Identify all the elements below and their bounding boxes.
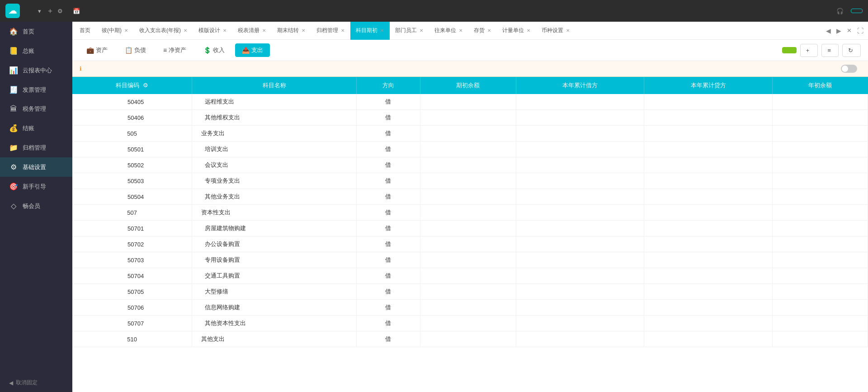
cell-direction: 借 [357,252,420,268]
add-company-button[interactable]: ＋ [47,6,54,16]
filter-tab-label-expense: 支出 [251,46,263,54]
more-button[interactable]: ≡ [821,44,839,57]
ledger-icon: 📒 [9,47,18,55]
cell-code: 50704 [72,268,192,284]
toggle-area [841,65,861,73]
balance-button[interactable] [782,47,797,53]
collapse-sidebar-button[interactable]: ◀ 取消固定 [0,373,72,392]
sidebar-item-settle[interactable]: 💰 结账 [0,118,72,138]
cell-yearOpening [773,316,868,331]
sidebar-item-archive[interactable]: 📁 归档管理 [0,138,72,157]
tab-scroll-right-button[interactable]: ▶ [834,27,844,34]
period-calendar-icon[interactable]: 📅 [73,8,80,14]
tab-measure[interactable]: 计量单位✕ [497,22,536,40]
logo-icon: ☁ [5,4,20,18]
tab-home[interactable]: 首页 [74,22,96,40]
cell-debit [516,157,644,173]
tab-unit[interactable]: 往来单位✕ [429,22,468,40]
tab-close-inventory[interactable]: ✕ [487,28,491,33]
tab-income[interactable]: 收入支出表(年报)✕ [134,22,193,40]
cell-direction: 借 [357,205,420,221]
sidebar-item-label-settle: 结账 [23,124,34,132]
tab-archive[interactable]: 归档管理✕ [311,22,350,40]
sidebar-item-member[interactable]: ◇ 畅会员 [0,196,72,216]
sidebar-item-home[interactable]: 🏠 首页 [0,22,72,41]
tab-close-interim[interactable]: ✕ [124,28,128,33]
table-row: 50405远程维支出借 [72,94,868,110]
tab-close-measure[interactable]: ✕ [527,28,530,33]
cell-name: 大型修缮 [192,284,357,300]
tab-interim[interactable]: 彼(中期)✕ [96,22,134,40]
cell-direction: 借 [357,236,420,252]
tab-close-taxform[interactable]: ✕ [262,28,266,33]
table-row: 50705大型修缮借 [72,284,868,300]
maximize-button[interactable]: ⛶ [854,27,866,34]
sidebar-item-report[interactable]: 📊 云报表中心 [0,61,72,80]
cell-yearOpening [773,126,868,142]
tab-period-end[interactable]: 期末结转✕ [272,22,311,40]
add-button[interactable]: + [800,44,818,57]
cell-debit [516,300,644,316]
tab-template[interactable]: 模版设计✕ [193,22,232,40]
cell-opening [420,142,516,157]
filter-tab-label-asset: 资产 [96,46,108,54]
cell-direction: 借 [357,221,420,236]
tab-close-subject-init[interactable]: ✕ [380,28,384,33]
cell-yearOpening [773,300,868,316]
consult-button[interactable]: 🎧 [836,8,845,14]
tab-taxform[interactable]: 税表清册✕ [232,22,272,40]
cell-name: 交通工具购置 [192,268,357,284]
cell-opening [420,173,516,189]
sidebar-item-guide[interactable]: 🎯 新手引导 [0,177,72,196]
refresh-button[interactable]: ↻ [842,44,861,57]
filter-tab-expense[interactable]: 📤 支出 [235,43,270,57]
cell-direction: 借 [357,331,420,347]
tab-currency[interactable]: 币种设置✕ [536,22,576,40]
guide-icon: 🎯 [9,182,18,191]
filter-tab-liability[interactable]: 📋 负债 [118,43,153,57]
filter-tab-income[interactable]: 💲 收入 [197,43,231,57]
cell-yearOpening [773,268,868,284]
disable-toggle[interactable] [841,65,857,73]
tab-close-archive[interactable]: ✕ [341,28,344,33]
company-dropdown-icon[interactable]: ▾ [38,8,41,14]
sidebar-item-label-ledger: 总账 [23,47,34,55]
filter-tab-net-asset[interactable]: ≡ 净资产 [156,43,193,57]
cell-opening [420,236,516,252]
filter-tab-icon-net-asset: ≡ [163,47,167,54]
tab-close-unit[interactable]: ✕ [459,28,462,33]
table-row: 50707其他资本性支出借 [72,316,868,331]
cell-direction: 借 [357,94,420,110]
sidebar-item-settings[interactable]: ⚙ 基础设置 [0,157,72,177]
cell-opening [420,268,516,284]
column-settings-icon[interactable]: ⚙ [143,82,148,89]
close-all-tabs-button[interactable]: ✕ [844,27,854,34]
sidebar-item-ledger[interactable]: 📒 总账 [0,41,72,61]
tab-close-department[interactable]: ✕ [420,28,423,33]
cell-code: 50503 [72,173,192,189]
cell-debit [516,205,644,221]
tab-inventory[interactable]: 存货✕ [468,22,497,40]
filter-bar-right: + ≡ ↻ [782,44,861,57]
cell-yearOpening [773,94,868,110]
sidebar-item-label-report: 云报表中心 [23,66,52,75]
sidebar-item-tax[interactable]: 🏛 税务管理 [0,99,72,118]
tab-subject-init[interactable]: 科目期初✕ [350,22,390,40]
cell-direction: 借 [357,126,420,142]
sidebar: 🏠 首页 📒 总账 📊 云报表中心 🧾 发票管理 🏛 税务管理 💰 结账 📁 归… [0,22,72,392]
member-icon: ◇ [9,202,18,210]
tab-close-template[interactable]: ✕ [223,28,226,33]
account-button[interactable] [851,9,863,13]
tab-scroll-left-button[interactable]: ◀ [823,27,834,34]
sidebar-item-invoice[interactable]: 🧾 发票管理 [0,80,72,99]
filter-tab-asset[interactable]: 💼 资产 [80,43,114,57]
tab-close-income[interactable]: ✕ [184,28,187,33]
cell-name: 远程维支出 [192,94,357,110]
tab-label-currency: 币种设置 [542,27,563,34]
settings-icon[interactable]: ⚙ [57,8,63,14]
cell-credit [644,205,773,221]
tab-close-currency[interactable]: ✕ [566,28,570,33]
tab-department[interactable]: 部门员工✕ [390,22,429,40]
tab-close-period-end[interactable]: ✕ [302,28,305,33]
top-bar: ☁ ▾ ＋ ⚙ 📅 🎧 [0,0,868,22]
